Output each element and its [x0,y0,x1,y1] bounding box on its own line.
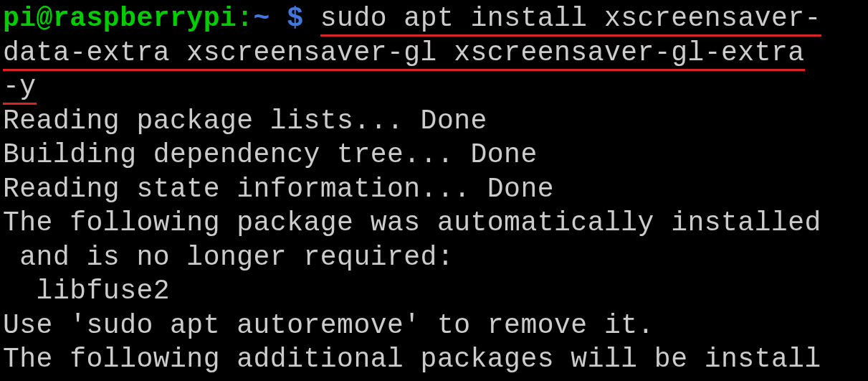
prompt-user-host: pi@raspberrypi [3,3,237,34]
output-line: and is no longer required: [3,240,865,275]
output-line: Use 'sudo apt autoremove' to remove it. [3,309,865,343]
command-continuation-line2: -y [3,70,865,104]
output-line: libfuse2 [3,274,865,309]
command-text-part1: sudo apt install xscreensaver- [320,3,821,37]
output-line: The following additional packages will b… [3,342,865,377]
output-line: Reading package lists... Done [3,104,865,138]
command-prompt-line: pi@raspberrypi:~ $ sudo apt install xscr… [3,1,865,36]
command-text-part3: -y [3,71,37,105]
output-line: The following package was automatically … [3,206,865,240]
command-text-part2: data-extra xscreensaver-gl xscreensaver-… [3,37,805,71]
output-line: Reading state information... Done [3,172,865,207]
prompt-separator: : [237,3,253,34]
prompt-path: ~ [254,3,270,34]
prompt-dollar: $ [270,3,320,34]
output-line: Building dependency tree... Done [3,138,865,172]
command-continuation-line: data-extra xscreensaver-gl xscreensaver-… [3,36,865,70]
